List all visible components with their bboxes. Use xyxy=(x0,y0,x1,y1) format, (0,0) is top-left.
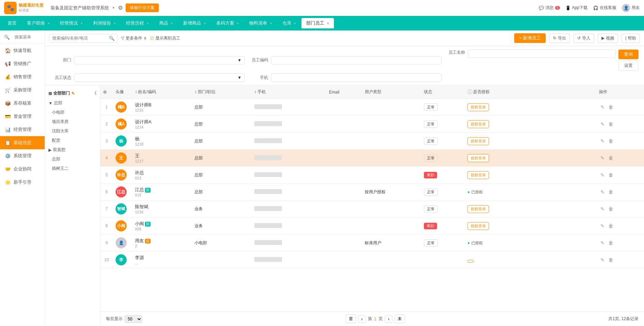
sidebar-item-purchase[interactable]: 🛒 采购管理 xyxy=(0,83,45,97)
nav-tab-利润报告[interactable]: 利润报告 × xyxy=(88,18,120,28)
video-button[interactable]: ▶ 视频 xyxy=(598,34,618,43)
system-dropdown-icon[interactable]: ▼ xyxy=(112,6,115,10)
nav-tab-商品[interactable]: 商品 × xyxy=(154,18,178,28)
message-btn[interactable]: 💬 消息 6 xyxy=(539,5,560,11)
dept-item-xdbu[interactable]: 小电部 xyxy=(45,108,100,117)
col-dept-sort-icon[interactable]: ↕ xyxy=(194,89,197,94)
nav-tab-条码方案[interactable]: 条码方案 × xyxy=(211,18,244,28)
per-page-select[interactable]: 50 100 xyxy=(125,315,142,323)
emp-name-input[interactable] xyxy=(468,50,616,58)
more-filter-btn[interactable]: ▽ 更多条件 ∧ xyxy=(121,35,147,41)
delete-btn-1[interactable]: 🗑 xyxy=(607,121,615,127)
delete-btn-8[interactable]: 🗑 xyxy=(607,239,615,246)
col-phone-sort-icon[interactable]: ↕ xyxy=(254,89,256,94)
nav-tab-经营历程[interactable]: 经营历程 × xyxy=(121,18,153,28)
auth-btn-6[interactable]: 授权登录 xyxy=(468,205,489,213)
sidebar-item-operations[interactable]: 📊 经营管理 xyxy=(0,123,45,136)
tab-close-icon[interactable]: × xyxy=(327,21,329,25)
tab-close-icon[interactable]: × xyxy=(294,21,296,25)
dept-group-zongbu[interactable]: ▼ 总部 xyxy=(45,98,100,108)
edit-btn-3[interactable]: ✎ xyxy=(599,155,606,161)
edit-btn-5[interactable]: ✎ xyxy=(599,188,606,195)
prev-page-btn[interactable]: ‹ xyxy=(358,315,366,323)
nav-tab-部门员工[interactable]: 部门员工 × xyxy=(301,18,334,28)
delete-btn-9[interactable]: 🗑 xyxy=(607,256,615,263)
online-service-btn[interactable]: 🎧 在线客服 xyxy=(593,5,616,11)
last-page-btn[interactable]: 末 xyxy=(394,315,405,323)
sidebar-search-input[interactable] xyxy=(12,33,39,41)
auth-btn-2[interactable]: 授权登录 xyxy=(468,137,489,145)
delete-btn-5[interactable]: 🗑 xyxy=(607,188,615,195)
tab-close-icon[interactable]: × xyxy=(114,21,116,25)
dept-item-zb[interactable]: 总部 xyxy=(45,155,100,164)
auth-btn-1[interactable]: 授权登录 xyxy=(468,120,489,128)
delete-btn-7[interactable]: 🗑 xyxy=(607,222,615,229)
dept-group-sdx[interactable]: ▶ 双底想 xyxy=(45,145,100,155)
sidebar-item-quicknav[interactable]: 🏠 快速导航 xyxy=(0,44,45,57)
add-employee-button[interactable]: + 新增员工 xyxy=(514,33,546,43)
search-input[interactable] xyxy=(52,36,108,41)
delete-btn-2[interactable]: 🗑 xyxy=(607,138,615,144)
sidebar-item-system[interactable]: ⚙️ 系统管理 xyxy=(0,149,45,162)
edit-btn-8[interactable]: ✎ xyxy=(599,239,606,246)
nav-tab-客户联络[interactable]: 客户联络 × xyxy=(22,18,54,28)
edit-btn-6[interactable]: ✎ xyxy=(599,205,606,212)
edit-btn-0[interactable]: ✎ xyxy=(599,104,606,111)
sidebar-item-collab[interactable]: 🤝 企业协同 xyxy=(0,162,45,176)
delete-btn-0[interactable]: 🗑 xyxy=(607,104,615,111)
auth-btn-4[interactable]: 授权登录 xyxy=(468,171,489,179)
phone-input[interactable] xyxy=(271,73,442,82)
help-button[interactable]: | 帮助 xyxy=(622,34,640,43)
dept-item-xmkf[interactable]: 项目库房 xyxy=(45,117,100,126)
tab-close-icon[interactable]: × xyxy=(204,21,206,25)
sidebar-item-inventory[interactable]: 📦 库存核算 xyxy=(0,97,45,110)
dept-select[interactable]: ▼ xyxy=(74,56,245,64)
tab-close-icon[interactable]: × xyxy=(147,21,149,25)
col-gear-icon[interactable]: ⚙ xyxy=(103,90,107,95)
edit-btn-7[interactable]: ✎ xyxy=(599,222,606,229)
set-button[interactable]: 设置 xyxy=(618,61,638,71)
col-name-sort-icon[interactable]: ↕ xyxy=(135,89,137,94)
show-former-check[interactable]: ☑ 显示离职员工 xyxy=(150,35,180,41)
edit-btn-4[interactable]: ✎ xyxy=(599,171,606,178)
sidebar-item-basic-info[interactable]: 📋 基础信息 xyxy=(0,136,45,149)
edit-btn-9[interactable]: ✎ xyxy=(599,256,606,263)
nav-tab-仓库[interactable]: 仓库 × xyxy=(278,18,301,28)
edit-btn-2[interactable]: ✎ xyxy=(599,138,606,144)
first-page-btn[interactable]: 首 xyxy=(346,315,356,323)
delete-btn-3[interactable]: 🗑 xyxy=(607,155,615,161)
dept-edit-icon[interactable]: ✎ xyxy=(71,91,75,96)
auth-btn-3[interactable]: 授权登录 xyxy=(468,154,489,162)
dept-item-sydk[interactable]: 沈阳大库 xyxy=(45,126,100,136)
sidebar-item-finance[interactable]: 💳 资金管理 xyxy=(0,110,45,123)
import-button[interactable]: ↺ 导入 xyxy=(573,34,594,43)
next-page-btn[interactable]: › xyxy=(385,315,392,323)
nav-tab-物料清单[interactable]: 物料清单 × xyxy=(244,18,276,28)
export-button[interactable]: ↻ 导出 xyxy=(549,34,570,43)
tab-close-icon[interactable]: × xyxy=(171,21,173,25)
auth-btn-9[interactable] xyxy=(468,260,474,263)
emp-code-input[interactable] xyxy=(271,56,442,64)
edit-btn-1[interactable]: ✎ xyxy=(599,121,606,127)
delete-btn-6[interactable]: 🗑 xyxy=(607,205,615,212)
tab-close-icon[interactable]: × xyxy=(237,21,239,25)
user-btn[interactable]: 👤 用友 xyxy=(622,4,640,12)
settings-icon[interactable]: ⚙ xyxy=(118,5,123,11)
nav-tab-新增商品[interactable]: 新增商品 × xyxy=(178,18,210,28)
search-input-wrap[interactable]: 🔍 xyxy=(49,34,118,43)
dept-item-ph[interactable]: 配货 xyxy=(45,136,100,145)
sidebar-item-guide[interactable]: 🌟 新手引导 xyxy=(0,176,45,189)
auth-info-icon[interactable]: i xyxy=(468,89,472,94)
auth-btn-7[interactable]: 授权登录 xyxy=(468,222,489,230)
auth-btn-0[interactable]: 授权登录 xyxy=(468,103,489,111)
dept-collapse-icon[interactable]: 《 xyxy=(92,90,97,96)
tab-close-icon[interactable]: × xyxy=(81,21,83,25)
sidebar-item-marketing[interactable]: 📢 营销推广 xyxy=(0,57,45,70)
app-download-btn[interactable]: 📱 App下载 xyxy=(565,5,588,11)
trial-button[interactable]: 体验行业方案 xyxy=(126,3,159,12)
dept-item-cswz[interactable]: 插树王二 xyxy=(45,164,100,173)
nav-tab-首页[interactable]: 首页 xyxy=(3,18,21,28)
nav-tab-经营情况[interactable]: 经营情况 × xyxy=(55,18,87,28)
sidebar-item-sales[interactable]: 💰 销售管理 xyxy=(0,70,45,83)
search-button[interactable]: 查询 xyxy=(618,50,638,59)
